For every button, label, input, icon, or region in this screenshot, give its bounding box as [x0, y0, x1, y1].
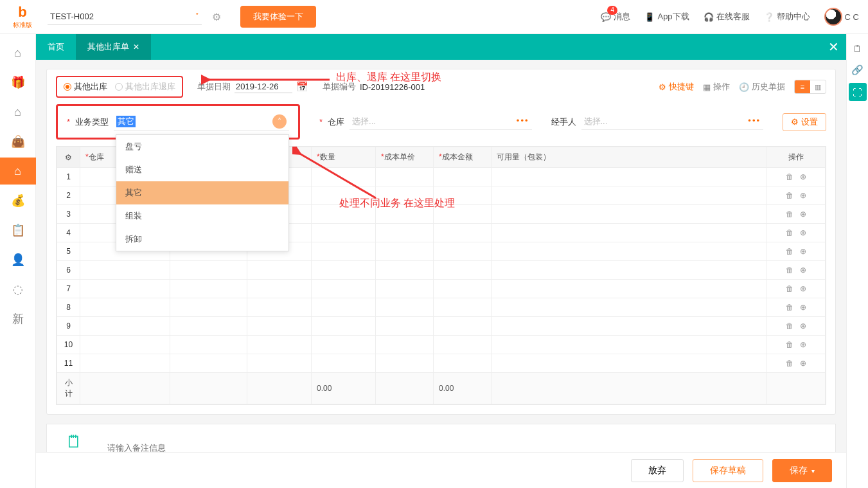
sidebar-gift[interactable]: 🎁	[0, 69, 36, 96]
table-row[interactable]: 6🗑⊕	[57, 261, 826, 280]
sidebar-clipboard[interactable]: 📋	[0, 217, 36, 244]
rb-expand-icon[interactable]: ⛶	[849, 83, 867, 101]
date-input[interactable]: 2019-12-26	[235, 80, 292, 93]
sidebar-integration[interactable]: ◌	[0, 276, 36, 303]
close-icon[interactable]: ✕	[133, 42, 139, 51]
delete-icon[interactable]: 🗑	[786, 340, 793, 349]
add-row-icon[interactable]: ⊕	[800, 172, 806, 181]
app-download-button[interactable]: 📱 App下载	[644, 11, 689, 23]
sidebar-bag[interactable]: 👜	[0, 128, 36, 155]
gear-icon[interactable]: ⚙	[212, 11, 221, 23]
messages-button[interactable]: 💬 4 消息	[601, 11, 630, 23]
add-row-icon[interactable]: ⊕	[800, 359, 806, 368]
tab-other-outbound[interactable]: 其他出库单 ✕	[76, 34, 151, 60]
add-row-icon[interactable]: ⊕	[800, 284, 806, 293]
row-index: 9	[57, 317, 80, 336]
delete-icon[interactable]: 🗑	[786, 191, 793, 200]
rb-link-icon[interactable]: 🔗	[849, 61, 867, 79]
radio-return[interactable]: 其他出库退库	[115, 81, 175, 93]
rb-note-icon[interactable]: 🗒	[849, 39, 867, 57]
handler-select[interactable]: 选择... •••	[581, 114, 764, 130]
warehouse-placeholder: 选择...	[352, 116, 376, 127]
calendar-icon[interactable]: 📅	[296, 81, 308, 93]
handler-placeholder: 选择...	[584, 116, 608, 127]
history-button[interactable]: 🕘历史单据	[739, 81, 785, 93]
warehouse-label: 仓库	[328, 116, 344, 128]
user-menu[interactable]: C C	[824, 8, 859, 26]
add-row-icon[interactable]: ⊕	[800, 266, 806, 275]
dd-option-4[interactable]: 拆卸	[116, 228, 288, 251]
row-index: 8	[57, 298, 80, 317]
dd-option-2[interactable]: 其它	[116, 181, 288, 204]
dd-option-0[interactable]: 盘亏	[116, 135, 288, 158]
add-row-icon[interactable]: ⊕	[800, 191, 806, 200]
more-icon: •••	[517, 116, 529, 127]
delete-icon[interactable]: 🗑	[786, 210, 793, 219]
view-card-button[interactable]: ▥	[810, 80, 826, 93]
brand-logo: b 标准版	[9, 4, 36, 30]
add-row-icon[interactable]: ⊕	[800, 321, 806, 330]
col-amount: 成本金额	[442, 152, 473, 161]
sidebar-contact[interactable]: 👤	[0, 246, 36, 273]
save-button[interactable]: 保存▾	[772, 459, 832, 482]
delete-icon[interactable]: 🗑	[786, 359, 793, 368]
save-draft-button[interactable]: 保存草稿	[693, 459, 763, 482]
org-selector[interactable]: TEST-H002 ˅	[48, 8, 202, 25]
tabbar-close-button[interactable]: ✕	[820, 39, 846, 55]
sidebar-new[interactable]: 新	[0, 305, 36, 332]
add-row-icon[interactable]: ⊕	[800, 228, 806, 237]
experience-button[interactable]: 我要体验一下	[240, 6, 316, 28]
delete-icon[interactable]: 🗑	[786, 228, 793, 237]
add-row-icon[interactable]: ⊕	[800, 340, 806, 349]
table-row[interactable]: 11🗑⊕	[57, 354, 826, 373]
table-row[interactable]: 9🗑⊕	[57, 317, 826, 336]
sidebar-home[interactable]: ⌂	[0, 39, 36, 66]
table-row[interactable]: 7🗑⊕	[57, 280, 826, 298]
delete-icon[interactable]: 🗑	[786, 303, 793, 312]
dd-option-3[interactable]: 组装	[116, 204, 288, 228]
support-button[interactable]: 🎧 在线客服	[704, 11, 750, 23]
settings-label: 设置	[801, 116, 818, 128]
tab-home[interactable]: 首页	[36, 34, 76, 60]
required-star: *	[67, 117, 70, 127]
sidebar-money[interactable]: 💰	[0, 187, 36, 214]
operations-button[interactable]: ▦操作	[703, 81, 730, 93]
radio-outbound-label: 其他出库	[74, 81, 107, 93]
chevron-down-icon: ˅	[195, 12, 199, 21]
user-name: C C	[845, 12, 859, 22]
sidebar-warehouse[interactable]: ⌂	[0, 158, 36, 185]
biz-type-label: 业务类型	[75, 116, 109, 128]
radio-on-icon	[64, 83, 71, 91]
shortcut-button[interactable]: ⚙快捷键	[659, 81, 694, 93]
support-label: 在线客服	[716, 11, 750, 23]
table-row[interactable]: 8🗑⊕	[57, 298, 826, 317]
delete-icon[interactable]: 🗑	[786, 321, 793, 330]
settings-button[interactable]: ⚙ 设置	[783, 113, 826, 131]
dd-option-1[interactable]: 赠送	[116, 158, 288, 181]
delete-icon[interactable]: 🗑	[786, 266, 793, 275]
col-warehouse: 仓库	[89, 152, 104, 161]
gear-icon: ⚙	[791, 117, 799, 127]
discard-button[interactable]: 放弃	[631, 459, 684, 482]
topbar-right: 💬 4 消息 📱 App下载 🎧 在线客服 ❔ 帮助中心 C C	[601, 8, 859, 26]
add-row-icon[interactable]: ⊕	[800, 210, 806, 219]
warehouse-select[interactable]: 选择... •••	[350, 114, 531, 130]
add-row-icon[interactable]: ⊕	[800, 303, 806, 312]
help-button[interactable]: ❔ 帮助中心	[764, 11, 810, 23]
delete-icon[interactable]: 🗑	[786, 172, 793, 181]
sidebar: ⌂ 🎁 ⌂ 👜 ⌂ 💰 📋 👤 ◌ 新	[0, 34, 36, 488]
help-label: 帮助中心	[777, 11, 810, 23]
sidebar-house[interactable]: ⌂	[0, 98, 36, 125]
add-row-icon[interactable]: ⊕	[800, 247, 806, 256]
table-row[interactable]: 10🗑⊕	[57, 336, 826, 354]
radio-outbound[interactable]: 其他出库	[64, 81, 107, 93]
view-list-button[interactable]: ≡	[795, 80, 810, 93]
row-index: 7	[57, 280, 80, 298]
phone-icon: 📱	[644, 12, 655, 22]
col-config-button[interactable]: ⚙	[57, 147, 80, 168]
handler-label: 经手人	[551, 116, 576, 128]
right-toolbar: 🗒 🔗 ⛶	[846, 34, 868, 488]
delete-icon[interactable]: 🗑	[786, 247, 793, 256]
biz-type-select[interactable]: 其它 ˄	[114, 113, 289, 131]
delete-icon[interactable]: 🗑	[786, 284, 793, 293]
